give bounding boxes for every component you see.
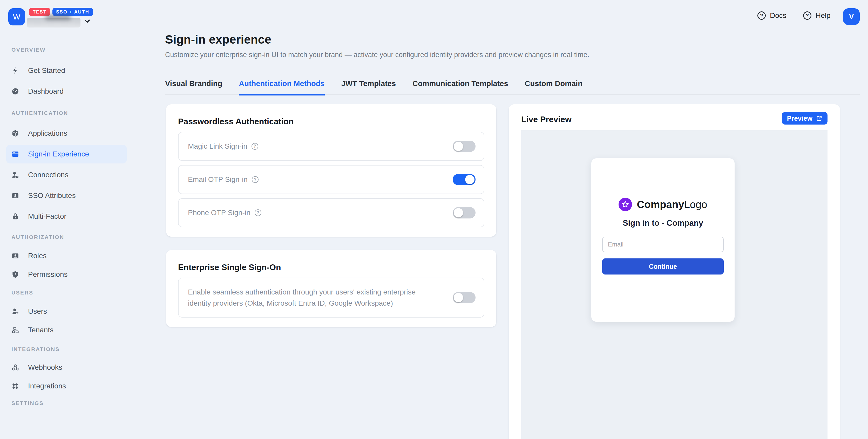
toggle-knob bbox=[454, 142, 463, 151]
page-subtitle: Customize your enterprise sign-in UI to … bbox=[165, 51, 860, 59]
phone-otp-toggle[interactable] bbox=[453, 207, 475, 218]
toggle-knob bbox=[465, 175, 474, 184]
docs-label: Docs bbox=[770, 11, 786, 20]
sidebar-item-label: Webhooks bbox=[28, 363, 62, 372]
preview-area: CompanyLogo Sign in to - Company Continu… bbox=[521, 130, 828, 439]
preview-button[interactable]: Preview bbox=[782, 112, 828, 125]
shield-icon bbox=[11, 271, 19, 278]
user-avatar[interactable]: V bbox=[843, 8, 860, 25]
integrations-icon bbox=[11, 382, 19, 390]
brand-light: Logo bbox=[684, 199, 707, 210]
sidebar-section-integrations: INTEGRATIONS bbox=[6, 346, 127, 352]
sidebar-item-label: Multi-Factor bbox=[28, 212, 66, 221]
help-circle-icon: ? bbox=[803, 11, 811, 20]
tab-jwt-templates[interactable]: JWT Templates bbox=[341, 79, 396, 94]
brand-row: CompanyLogo bbox=[602, 198, 724, 211]
phone-otp-row: Phone OTP Sign-in ? bbox=[178, 198, 484, 227]
browser-icon bbox=[11, 150, 19, 158]
phone-otp-label: Phone OTP Sign-in bbox=[188, 209, 250, 217]
sidebar-section-settings: SETTINGS bbox=[6, 400, 127, 406]
sidebar: OVERVIEW Get Started Dashboard AUTHENTIC… bbox=[0, 0, 133, 439]
sidebar-section-authorization: AUTHORIZATION bbox=[6, 234, 127, 240]
tab-custom-domain[interactable]: Custom Domain bbox=[525, 79, 583, 94]
sidebar-item-label: SSO Attributes bbox=[28, 191, 76, 200]
enterprise-sso-row: Enable seamless authentication through y… bbox=[178, 278, 484, 318]
brand-bold: Company bbox=[637, 199, 684, 210]
sidebar-item-sign-in-experience[interactable]: Sign-in Experience bbox=[6, 145, 127, 163]
enterprise-sso-toggle[interactable] bbox=[453, 292, 475, 303]
sidebar-section-overview: OVERVIEW bbox=[6, 47, 127, 53]
contact-card-icon bbox=[11, 192, 19, 199]
user-plus-icon bbox=[11, 308, 19, 315]
brand-name: CompanyLogo bbox=[637, 198, 707, 211]
sidebar-item-tenants[interactable]: Tenants bbox=[6, 321, 127, 339]
passwordless-title: Passwordless Authentication bbox=[178, 117, 484, 126]
docs-link[interactable]: ? Docs bbox=[757, 11, 786, 20]
star-icon bbox=[621, 200, 629, 209]
org-tree-icon bbox=[11, 326, 19, 334]
help-label: Help bbox=[815, 11, 831, 20]
sidebar-item-label: Users bbox=[28, 307, 47, 315]
page-header: Sign-in experience Customize your enterp… bbox=[165, 33, 860, 59]
tab-bar: Visual Branding Authentication Methods J… bbox=[165, 79, 860, 95]
padlock-icon bbox=[11, 213, 19, 220]
toggle-knob bbox=[454, 208, 463, 217]
tab-authentication-methods[interactable]: Authentication Methods bbox=[239, 79, 324, 94]
email-otp-label: Email OTP Sign-in bbox=[188, 176, 248, 184]
sidebar-item-label: Sign-in Experience bbox=[28, 150, 89, 158]
signin-preview-card: CompanyLogo Sign in to - Company Continu… bbox=[591, 158, 735, 322]
help-circle-icon[interactable]: ? bbox=[252, 176, 258, 183]
sidebar-item-users[interactable]: Users bbox=[6, 302, 127, 321]
continue-button[interactable]: Continue bbox=[602, 258, 724, 275]
enterprise-sso-description: Enable seamless authentication through y… bbox=[188, 286, 436, 309]
sidebar-item-label: Tenants bbox=[28, 326, 54, 334]
magic-link-label: Magic Link Sign-in bbox=[188, 142, 247, 151]
tab-visual-branding[interactable]: Visual Branding bbox=[165, 79, 222, 94]
help-circle-icon[interactable]: ? bbox=[255, 209, 261, 216]
sidebar-item-multi-factor[interactable]: Multi-Factor bbox=[6, 207, 127, 226]
sidebar-item-label: Applications bbox=[28, 129, 67, 137]
user-lock-icon bbox=[11, 171, 19, 179]
sidebar-item-webhooks[interactable]: Webhooks bbox=[6, 358, 127, 377]
sidebar-item-label: Connections bbox=[28, 171, 68, 179]
email-otp-row: Email OTP Sign-in ? bbox=[178, 165, 484, 194]
sidebar-section-users: USERS bbox=[6, 289, 127, 296]
sidebar-item-integrations[interactable]: Integrations bbox=[6, 377, 127, 396]
app-root: W TEST SSO + AUTH ? Docs ? Help V OVERVI… bbox=[0, 0, 868, 439]
enterprise-sso-card: Enterprise Single Sign-On Enable seamles… bbox=[166, 250, 496, 327]
sidebar-item-dashboard[interactable]: Dashboard bbox=[6, 82, 127, 101]
sidebar-item-label: Roles bbox=[28, 252, 47, 260]
help-circle-icon[interactable]: ? bbox=[251, 143, 258, 150]
bolt-icon bbox=[11, 67, 19, 74]
external-link-icon bbox=[816, 115, 822, 121]
sidebar-item-label: Permissions bbox=[28, 270, 67, 279]
toggle-knob bbox=[454, 293, 463, 302]
page-title: Sign-in experience bbox=[165, 33, 860, 46]
sidebar-item-label: Dashboard bbox=[28, 87, 64, 95]
signin-heading: Sign in to - Company bbox=[602, 218, 724, 228]
email-otp-toggle[interactable] bbox=[453, 174, 475, 185]
sidebar-section-authentication: AUTHENTICATION bbox=[6, 110, 127, 116]
sidebar-item-label: Get Started bbox=[28, 66, 65, 75]
email-field[interactable] bbox=[602, 237, 724, 252]
contact-card-icon bbox=[11, 252, 19, 260]
sidebar-item-applications[interactable]: Applications bbox=[6, 124, 127, 143]
sidebar-item-roles[interactable]: Roles bbox=[6, 247, 127, 265]
tab-communication-templates[interactable]: Communication Templates bbox=[412, 79, 508, 94]
gauge-icon bbox=[11, 88, 19, 95]
magic-link-row: Magic Link Sign-in ? bbox=[178, 132, 484, 161]
magic-link-toggle[interactable] bbox=[453, 140, 475, 152]
package-icon bbox=[11, 129, 19, 137]
sidebar-item-sso-attributes[interactable]: SSO Attributes bbox=[6, 186, 127, 205]
sidebar-item-connections[interactable]: Connections bbox=[6, 165, 127, 184]
live-preview-title: Live Preview bbox=[521, 115, 571, 124]
help-link[interactable]: ? Help bbox=[803, 11, 831, 20]
company-logo-icon bbox=[619, 198, 632, 211]
preview-button-label: Preview bbox=[787, 115, 812, 122]
sidebar-item-get-started[interactable]: Get Started bbox=[6, 61, 127, 80]
webhook-icon bbox=[11, 364, 19, 371]
live-preview-panel: Live Preview Preview CompanyLogo Sign in… bbox=[509, 104, 840, 439]
sidebar-item-label: Integrations bbox=[28, 382, 66, 390]
enterprise-sso-title: Enterprise Single Sign-On bbox=[178, 263, 484, 272]
sidebar-item-permissions[interactable]: Permissions bbox=[6, 265, 127, 284]
